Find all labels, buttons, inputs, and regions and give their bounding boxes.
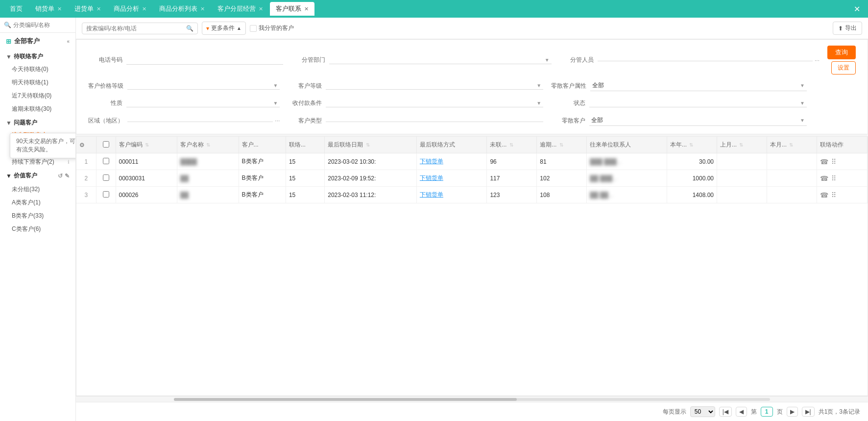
tab-close-sales[interactable]: ✕: [57, 6, 62, 12]
th-code[interactable]: 客户编码: [116, 137, 177, 153]
search-input[interactable]: [86, 25, 184, 32]
th-this-month[interactable]: 本月...: [767, 137, 817, 153]
dept-select[interactable]: ▼: [329, 56, 551, 64]
th-settings[interactable]: ⚙: [76, 137, 96, 153]
window-close-button[interactable]: ✕: [850, 4, 864, 14]
th-contact[interactable]: 联络...: [286, 137, 324, 153]
menu-icon-3[interactable]: ⠿: [831, 191, 836, 199]
zero-attr-select[interactable]: 全部 ▼: [590, 80, 807, 91]
column-settings-icon[interactable]: ⚙: [79, 142, 85, 149]
customer-type-select[interactable]: [326, 120, 543, 122]
filter-status: 状态 ▼: [547, 97, 811, 109]
customer-grade-select[interactable]: ▼: [326, 82, 543, 90]
gender-label: 性质: [88, 99, 122, 107]
region-select[interactable]: [127, 120, 273, 122]
sidebar-item-ungrouped[interactable]: 未分组(32): [0, 183, 75, 196]
edit-icon[interactable]: ✎: [65, 173, 70, 179]
table-row: 1 000011 ████ B类客户 15 2023-03-02 10:30: …: [76, 153, 868, 170]
menu-icon-2[interactable]: ⠿: [831, 174, 836, 182]
tab-product-analysis[interactable]: 商品分析 ✕: [108, 2, 152, 16]
th-year-amount[interactable]: 本年...: [667, 137, 717, 153]
sidebar-group-problem[interactable]: ▼ 问题客户: [0, 116, 75, 129]
row-last-method-1[interactable]: 下销货单: [416, 153, 487, 170]
horizontal-scrollbar[interactable]: [76, 396, 868, 402]
first-page-btn[interactable]: |◀: [719, 407, 732, 417]
th-type[interactable]: 客户...: [239, 137, 286, 153]
action-icons-3: ☎ ⠿: [820, 191, 864, 199]
row-last-method-2[interactable]: 下销货单: [416, 170, 487, 187]
sidebar-item-a-class[interactable]: A类客户(1): [0, 196, 75, 209]
tab-customer-contact[interactable]: 客户联系 ✕: [270, 2, 314, 16]
status-select[interactable]: ▼: [589, 99, 807, 107]
th-last-contact-method[interactable]: 最后联络方式: [416, 137, 487, 153]
tab-close-customer-contact[interactable]: ✕: [304, 6, 309, 12]
th-checkbox[interactable]: [96, 137, 116, 153]
zero-retail-select[interactable]: 全部 ▼: [589, 115, 807, 126]
sidebar-item-c-class[interactable]: C类客户(6): [0, 223, 75, 236]
payment-select[interactable]: ▼: [326, 99, 543, 107]
last-page-btn[interactable]: ▶|: [802, 407, 815, 417]
sidebar-collapse-btn[interactable]: «: [67, 39, 70, 44]
th-unlisted[interactable]: 未联...: [487, 137, 537, 153]
sidebar: 🔍 ⊞ 全部客户 « ▼ 待联络客户 今天待联络(0) 明天待联络(1) 近7天…: [0, 18, 76, 421]
query-button[interactable]: 查询: [827, 46, 856, 59]
region-dots-icon[interactable]: ···: [275, 117, 280, 124]
th-liaison[interactable]: 往来单位联系人: [587, 137, 667, 153]
search-box: 🔍: [82, 23, 198, 34]
tab-close-product-list[interactable]: ✕: [200, 6, 205, 12]
sidebar-group-value[interactable]: ▼ 价值客户 ↺ ✎: [0, 169, 75, 183]
row-checkbox-2[interactable]: [96, 170, 116, 187]
my-customers-checkbox[interactable]: 我分管的客户: [250, 24, 294, 32]
tab-purchase-order[interactable]: 进货单 ✕: [69, 2, 107, 16]
row-liaison-2: ██ ███...: [587, 170, 667, 187]
phone-input[interactable]: [126, 55, 283, 65]
sidebar-group-pending[interactable]: ▼ 待联络客户: [0, 50, 75, 63]
tab-home[interactable]: 首页: [4, 2, 28, 16]
th-last-month[interactable]: 上月...: [717, 137, 767, 153]
prev-page-btn[interactable]: ◀: [736, 407, 747, 417]
th-name[interactable]: 客户名称: [177, 137, 239, 153]
dots-icon[interactable]: ···: [815, 57, 820, 64]
next-page-btn[interactable]: ▶: [787, 407, 798, 417]
th-last-contact-date[interactable]: 最后联络日期: [325, 137, 417, 153]
contact-icon-2[interactable]: ☎: [820, 174, 828, 182]
sidebar-item-7days[interactable]: 近7天待联络(0): [0, 89, 75, 102]
sidebar-search-input[interactable]: [13, 22, 76, 28]
contact-icon-1[interactable]: ☎: [820, 158, 828, 166]
menu-icon-1[interactable]: ⠿: [831, 158, 836, 166]
scrollbar-thumb[interactable]: [174, 398, 517, 401]
row-checkbox-1[interactable]: [96, 153, 116, 170]
tab-customer-layered[interactable]: 客户分层经营 ✕: [212, 2, 269, 16]
row-last-method-3[interactable]: 下销货单: [416, 187, 487, 203]
th-overdue[interactable]: 逾期...: [537, 137, 587, 153]
my-customers-check[interactable]: [250, 25, 257, 32]
more-conditions-btn[interactable]: ▾ 更多条件 ▲: [202, 22, 246, 35]
info-icon-3: ℹ: [68, 159, 70, 165]
scrollbar-track[interactable]: [174, 398, 770, 401]
person-select[interactable]: [598, 59, 813, 61]
tab-sales-order[interactable]: 销货单 ✕: [29, 2, 68, 16]
tab-close-customer-layered[interactable]: ✕: [259, 6, 263, 12]
all-customers-label: 全部客户: [14, 37, 40, 46]
sidebar-item-today[interactable]: 今天待联络(0): [0, 63, 75, 76]
per-page-select[interactable]: 50 100 200: [690, 406, 715, 417]
tab-close-purchase[interactable]: ✕: [96, 6, 101, 12]
filter-row-2: 客户价格等级 ▼ 客户等级 ▼ 零散客户属性 全部: [84, 76, 860, 95]
sidebar-item-overdue[interactable]: 逾期未联络(30): [0, 102, 75, 116]
sidebar-item-b-class[interactable]: B类客户(33): [0, 209, 75, 223]
select-all-checkbox[interactable]: [103, 141, 109, 148]
row-checkbox-3[interactable]: [96, 187, 116, 203]
row-type-2: B类客户: [239, 170, 286, 187]
row-last-date-3: 2023-02-03 11:12:: [325, 187, 417, 203]
sidebar-all-customers[interactable]: ⊞ 全部客户 «: [0, 33, 75, 50]
gender-select[interactable]: ▼: [126, 99, 280, 107]
refresh-icon[interactable]: ↺: [58, 173, 63, 179]
tab-product-analysis-list[interactable]: 商品分析列表 ✕: [153, 2, 211, 16]
price-grade-select[interactable]: ▼: [127, 82, 280, 90]
settings-button[interactable]: 设置: [831, 61, 856, 74]
search-icon[interactable]: 🔍: [186, 25, 193, 32]
sidebar-item-tomorrow[interactable]: 明天待联络(1): [0, 76, 75, 89]
contact-icon-3[interactable]: ☎: [820, 191, 828, 199]
tab-close-product-analysis[interactable]: ✕: [142, 6, 146, 12]
export-button[interactable]: ⬆ 导出: [833, 22, 862, 35]
